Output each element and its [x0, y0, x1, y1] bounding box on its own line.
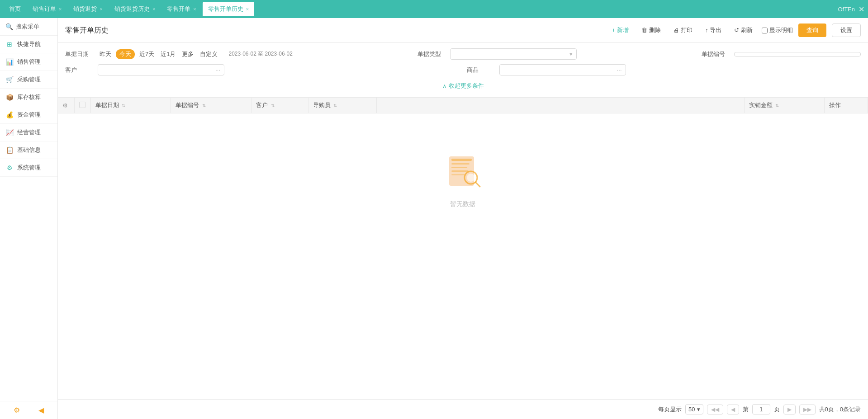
- tab-close-retail-open-history[interactable]: ×: [246, 6, 249, 12]
- page-title: 零售开单历史: [65, 26, 109, 35]
- sidebar-item-system[interactable]: ⚙系统管理: [0, 159, 57, 177]
- delete-button[interactable]: 🗑 删除: [638, 24, 664, 36]
- sidebar-item-purchase-mgmt[interactable]: 🛒采购管理: [0, 71, 57, 89]
- content-area: 零售开单历史 + 新增 🗑 删除 🖨 打印 ↑ 导出 ↺ 刷新 显示明细 查询 …: [58, 18, 868, 419]
- date-range-text: 2023-06-02 至 2023-06-02: [228, 50, 292, 58]
- nav-icon-sales-mgmt: 📊: [5, 58, 14, 66]
- date-option-更多[interactable]: 更多: [180, 49, 195, 59]
- collapse-more-btn[interactable]: ∧ 收起更多条件: [65, 80, 861, 92]
- sidebar-item-inventory[interactable]: 📦库存核算: [0, 89, 57, 106]
- sidebar-item-sales-mgmt[interactable]: 📊销售管理: [0, 53, 57, 71]
- th-salesperson[interactable]: 导购员 ⇅: [308, 98, 377, 113]
- prev-page-btn[interactable]: ◀: [727, 405, 739, 414]
- last-page-btn[interactable]: ▶▶: [799, 405, 816, 414]
- empty-state-row: 暂无数据: [58, 113, 868, 245]
- table-header-row: ⚙ 单据日期 ⇅ 单据编号 ⇅: [58, 98, 868, 113]
- svg-rect-4: [451, 170, 469, 172]
- tab-sales-order[interactable]: 销售订单×: [27, 2, 67, 16]
- setting-button[interactable]: 设置: [832, 24, 861, 37]
- th-bill-date[interactable]: 单据日期 ⇅: [90, 98, 171, 113]
- nav-label-operations: 经营管理: [17, 128, 41, 137]
- customer-input[interactable]: ···: [98, 64, 224, 75]
- sidebar-search-label: 搜索采单: [16, 23, 39, 31]
- export-button[interactable]: ↑ 导出: [702, 24, 725, 36]
- th-customer-label: 客户: [256, 102, 268, 108]
- svg-rect-3: [451, 167, 467, 168]
- tab-close-sales-order[interactable]: ×: [59, 6, 62, 12]
- date-option-昨天[interactable]: 昨天: [98, 49, 113, 59]
- sidebar-item-basic-info[interactable]: 📋基础信息: [0, 141, 57, 159]
- next-page-btn[interactable]: ▶: [783, 405, 796, 414]
- add-button[interactable]: + 新增: [608, 24, 632, 36]
- nav-icon-finance: 💰: [5, 111, 14, 119]
- empty-icon: [440, 150, 485, 195]
- date-option-自定义[interactable]: 自定义: [198, 49, 219, 59]
- close-window-btn[interactable]: ✕: [859, 5, 864, 14]
- settings-icon[interactable]: ⚙: [14, 406, 20, 414]
- tab-sales-return-history[interactable]: 销货退货历史×: [109, 2, 161, 16]
- filter-area: 单据日期 昨天今天近7天近1月更多自定义 2023-06-02 至 2023-0…: [58, 43, 868, 98]
- th-amount[interactable]: 实销金额 ⇅: [744, 98, 825, 113]
- page-input[interactable]: [752, 404, 770, 414]
- bill-no-label: 单据编号: [702, 50, 727, 58]
- bill-no-input[interactable]: [734, 52, 861, 56]
- select-all-checkbox[interactable]: [79, 102, 85, 108]
- th-customer[interactable]: 客户 ⇅: [251, 98, 308, 113]
- tab-retail-open[interactable]: 零售开单×: [161, 2, 201, 16]
- th-bill-date-label: 单据日期: [95, 102, 119, 108]
- total-label: 共0页，0条记录: [819, 405, 861, 414]
- display-detail-label: 显示明细: [769, 26, 793, 34]
- topbar-brand: OfTEn: [838, 6, 855, 13]
- bill-type-label: 单据类型: [417, 50, 443, 58]
- page-of: 页: [774, 405, 780, 414]
- th-settings[interactable]: ⚙: [58, 98, 74, 113]
- sidebar-item-finance[interactable]: 💰资金管理: [0, 106, 57, 124]
- sort-icon: ⇅: [122, 103, 125, 108]
- svg-rect-2: [451, 163, 470, 165]
- pagination-bar: 每页显示 50 ▾ ◀◀ ◀ 第 页 ▶ ▶▶ 共0页，0条记录: [58, 399, 868, 419]
- th-bill-no[interactable]: 单据编号 ⇅: [171, 98, 251, 113]
- page-header: 零售开单历史 + 新增 🗑 删除 🖨 打印 ↑ 导出 ↺ 刷新 显示明细 查询 …: [58, 18, 868, 43]
- nav-icon-purchase-mgmt: 🛒: [5, 75, 14, 84]
- sidebar-search[interactable]: 🔍 搜索采单: [0, 18, 57, 36]
- product-input[interactable]: ···: [499, 64, 626, 75]
- tab-home[interactable]: 首页: [4, 2, 26, 16]
- sort-icon: ⇅: [775, 103, 779, 108]
- tab-close-retail-open[interactable]: ×: [193, 6, 196, 12]
- nav-icon-basic-info: 📋: [5, 146, 14, 154]
- nav-label-purchase-mgmt: 采购管理: [17, 75, 41, 84]
- settings-icon: ⚙: [62, 102, 68, 109]
- th-action: 操作: [825, 98, 868, 113]
- refresh-button[interactable]: ↺ 刷新: [730, 24, 756, 36]
- bill-type-arrow: ▾: [569, 51, 573, 57]
- date-option-近7天[interactable]: 近7天: [138, 49, 156, 59]
- nav-icon-system: ⚙: [5, 164, 14, 172]
- date-option-近1月[interactable]: 近1月: [159, 49, 177, 59]
- display-detail-input[interactable]: [762, 28, 768, 33]
- topbar-right: OfTEn ✕: [838, 5, 864, 14]
- nav-label-basic-info: 基础信息: [17, 146, 41, 154]
- sidebar-bottom: ⚙ ◀: [0, 401, 57, 419]
- print-button[interactable]: 🖨 打印: [670, 24, 697, 36]
- nav-icon-operations: 📈: [5, 128, 14, 137]
- th-amount-label: 实销金额: [749, 102, 773, 108]
- sidebar-item-quick-nav[interactable]: ⊞快捷导航: [0, 36, 57, 53]
- collapse-icon[interactable]: ◀: [38, 406, 44, 414]
- th-bill-no-label: 单据编号: [175, 102, 199, 108]
- first-page-btn[interactable]: ◀◀: [707, 405, 723, 414]
- date-option-今天[interactable]: 今天: [116, 49, 135, 59]
- tab-sales-return[interactable]: 销货退货×: [68, 2, 108, 16]
- tab-retail-open-history[interactable]: 零售开单历史×: [203, 2, 254, 16]
- sort-icon: ⇅: [271, 103, 275, 108]
- product-label: 商品: [467, 66, 492, 74]
- bill-type-select[interactable]: ▾: [450, 48, 577, 60]
- tab-list: 首页销售订单×销货退货×销货退货历史×零售开单×零售开单历史×: [4, 2, 254, 16]
- sidebar-item-operations[interactable]: 📈经营管理: [0, 124, 57, 141]
- tab-close-sales-return-history[interactable]: ×: [152, 6, 155, 12]
- page-size-select[interactable]: 50 ▾: [685, 404, 703, 414]
- query-button[interactable]: 查询: [798, 24, 826, 37]
- tab-close-sales-return[interactable]: ×: [100, 6, 102, 12]
- customer-label: 客户: [65, 66, 90, 74]
- th-checkbox[interactable]: [74, 98, 90, 113]
- display-detail-checkbox[interactable]: 显示明细: [762, 26, 793, 34]
